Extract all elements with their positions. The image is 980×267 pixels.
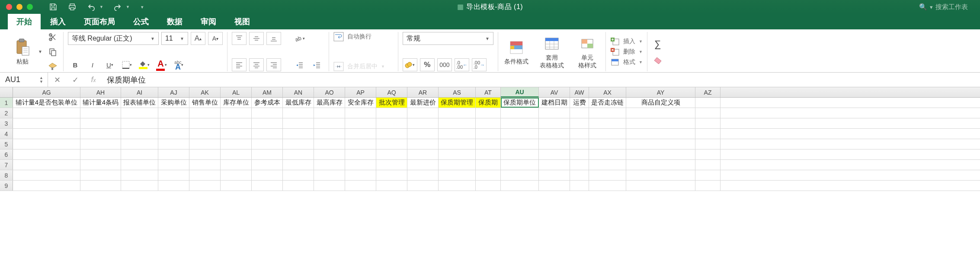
cell-AT6[interactable] — [476, 149, 501, 159]
cell-AP8[interactable] — [345, 170, 376, 180]
cell-AW2[interactable] — [570, 108, 589, 118]
cell-AM7[interactable] — [252, 160, 283, 170]
row-header-1[interactable]: 1 — [0, 98, 13, 108]
font-size-combo[interactable]: 11▼ — [161, 32, 188, 45]
cell-AT7[interactable] — [476, 160, 501, 170]
cell-AS6[interactable] — [439, 149, 476, 159]
column-header-AH[interactable]: AH — [80, 87, 121, 97]
fill-color-button[interactable]: ▾ — [137, 58, 152, 71]
cell-AR3[interactable] — [407, 118, 439, 128]
bold-button[interactable]: B — [68, 58, 83, 71]
copy-icon[interactable] — [47, 46, 59, 58]
cell-AP6[interactable] — [345, 149, 376, 159]
wrap-text-button[interactable]: 自动换行 — [333, 32, 394, 41]
cell-AH2[interactable] — [80, 108, 121, 118]
cell-AS8[interactable] — [439, 170, 476, 180]
tab-视图[interactable]: 视图 — [226, 13, 259, 29]
cell-AP5[interactable] — [345, 139, 376, 149]
cell-AO8[interactable] — [314, 170, 345, 180]
cell-AW5[interactable] — [570, 139, 589, 149]
cell-AI9[interactable] — [121, 181, 158, 191]
cell-AV4[interactable] — [539, 129, 570, 139]
cell-AU3[interactable] — [501, 118, 539, 128]
select-all-corner[interactable] — [0, 87, 13, 97]
cell-AN1[interactable]: 最低库存 — [283, 98, 314, 108]
cell-AX7[interactable] — [589, 160, 626, 170]
cell-AY4[interactable] — [626, 129, 695, 139]
column-header-AG[interactable]: AG — [13, 87, 80, 97]
cell-AG3[interactable] — [13, 118, 80, 128]
cancel-formula-icon[interactable]: ✕ — [48, 75, 66, 85]
orientation-icon[interactable]: ab▾ — [292, 32, 307, 45]
cell-AT2[interactable] — [476, 108, 501, 118]
cell-AM9[interactable] — [252, 181, 283, 191]
column-header-AM[interactable]: AM — [252, 87, 283, 97]
cell-AW6[interactable] — [570, 149, 589, 159]
cell-AJ7[interactable] — [158, 160, 189, 170]
cell-AV9[interactable] — [539, 181, 570, 191]
column-header-AQ[interactable]: AQ — [376, 87, 407, 97]
cell-AS9[interactable] — [439, 181, 476, 191]
cell-AN8[interactable] — [283, 170, 314, 180]
formula-input[interactable]: 保质期单位 — [102, 75, 146, 85]
cell-AV2[interactable] — [539, 108, 570, 118]
decrease-decimal-icon[interactable]: .00.0→ — [472, 58, 487, 71]
format-as-table-button[interactable]: 套用 表格格式 — [538, 34, 566, 70]
column-header-AX[interactable]: AX — [589, 87, 626, 97]
cell-AM3[interactable] — [252, 118, 283, 128]
cell-AZ3[interactable] — [695, 118, 721, 128]
cell-AT8[interactable] — [476, 170, 501, 180]
cell-AI1[interactable]: 报表辅单位 — [121, 98, 158, 108]
cell-AH7[interactable] — [80, 160, 121, 170]
cut-icon[interactable] — [47, 31, 59, 43]
cell-AQ1[interactable]: 批次管理 — [376, 98, 407, 108]
cell-AU8[interactable] — [501, 170, 539, 180]
insert-cells-button[interactable]: 插入▼ — [610, 37, 643, 46]
cell-AI5[interactable] — [121, 139, 158, 149]
cell-AS3[interactable] — [439, 118, 476, 128]
conditional-format-button[interactable]: 条件格式 — [503, 38, 530, 66]
italic-button[interactable]: I — [85, 58, 100, 71]
cell-AG2[interactable] — [13, 108, 80, 118]
tab-公式[interactable]: 公式 — [125, 13, 157, 29]
cell-AQ5[interactable] — [376, 139, 407, 149]
tab-数据[interactable]: 数据 — [158, 13, 191, 29]
increase-indent-icon[interactable] — [310, 58, 324, 71]
name-box[interactable]: AU1 ▲▼ — [0, 73, 48, 87]
cell-AV8[interactable] — [539, 170, 570, 180]
cell-AM6[interactable] — [252, 149, 283, 159]
sheet-search[interactable]: 🔍 ▾ 搜索工作表 — [919, 3, 968, 11]
cell-AU5[interactable] — [501, 139, 539, 149]
decrease-font-icon[interactable]: A▾ — [208, 32, 223, 45]
cell-AR6[interactable] — [407, 149, 439, 159]
cell-AO9[interactable] — [314, 181, 345, 191]
cell-AP7[interactable] — [345, 160, 376, 170]
cell-AO6[interactable] — [314, 149, 345, 159]
cell-AK8[interactable] — [189, 170, 221, 180]
cell-AH6[interactable] — [80, 149, 121, 159]
cell-AR2[interactable] — [407, 108, 439, 118]
cell-AH9[interactable] — [80, 181, 121, 191]
cell-AL8[interactable] — [221, 170, 252, 180]
cell-AL5[interactable] — [221, 139, 252, 149]
column-header-AT[interactable]: AT — [476, 87, 501, 97]
column-header-AV[interactable]: AV — [539, 87, 570, 97]
row-header-7[interactable]: 7 — [0, 160, 13, 170]
cell-AJ2[interactable] — [158, 108, 189, 118]
cell-AU6[interactable] — [501, 149, 539, 159]
cell-AN6[interactable] — [283, 149, 314, 159]
column-header-AW[interactable]: AW — [570, 87, 589, 97]
cell-AT1[interactable]: 保质期 — [476, 98, 501, 108]
paste-dropdown-icon[interactable]: ▼ — [38, 49, 42, 54]
cell-AL2[interactable] — [221, 108, 252, 118]
cell-AW3[interactable] — [570, 118, 589, 128]
underline-button[interactable]: U▾ — [102, 58, 117, 71]
cell-AN2[interactable] — [283, 108, 314, 118]
cell-AJ1[interactable]: 采购单位 — [158, 98, 189, 108]
cell-AT5[interactable] — [476, 139, 501, 149]
cell-AZ9[interactable] — [695, 181, 721, 191]
cell-AZ2[interactable] — [695, 108, 721, 118]
align-middle-icon[interactable] — [249, 32, 264, 45]
row-header-6[interactable]: 6 — [0, 149, 13, 159]
qat-customize-icon[interactable]: ▾ — [141, 4, 144, 10]
